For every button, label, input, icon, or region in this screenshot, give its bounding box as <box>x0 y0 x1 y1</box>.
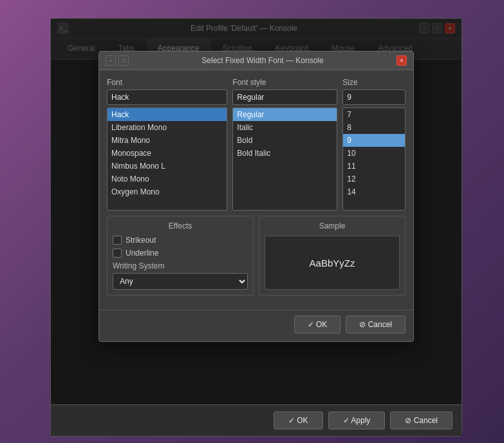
font-list-item-monospace[interactable]: Monospace <box>107 147 227 160</box>
writing-system-label: Writing System <box>113 261 248 270</box>
size-list-item-7[interactable]: 7 <box>343 108 405 121</box>
underline-row: Underline <box>113 249 248 258</box>
dialog-titlebar-buttons: – □ <box>106 55 129 66</box>
outer-cancel-button[interactable]: ⊘ Cancel <box>390 411 453 429</box>
strikeout-label: Strikeout <box>126 236 156 245</box>
size-list-item-8[interactable]: 8 <box>343 121 405 134</box>
style-list[interactable]: Regular Italic Bold Bold Italic <box>232 108 337 211</box>
font-list-item-mitra[interactable]: Mitra Mono <box>107 134 227 147</box>
sample-preview: AaBbYyZz <box>265 236 400 290</box>
sample-title: Sample <box>319 222 346 231</box>
strikeout-checkbox[interactable] <box>113 236 122 245</box>
dialog-maximize-button[interactable]: □ <box>118 55 129 66</box>
font-list-item-noto[interactable]: Noto Mono <box>107 173 227 185</box>
style-list-item-italic[interactable]: Italic <box>233 121 337 134</box>
effects-title: Effects <box>113 222 248 231</box>
strikeout-row: Strikeout <box>113 236 248 245</box>
size-label: Size <box>342 78 406 87</box>
font-input[interactable] <box>107 90 227 105</box>
font-list-item-liberation[interactable]: Liberation Mono <box>107 121 227 134</box>
style-input[interactable] <box>232 90 337 105</box>
dialog-body: Font Hack Liberation Mono Mitra Mono Mon… <box>99 70 413 310</box>
dialog-overlay: – □ Select Fixed Width Font — Konsole × … <box>51 19 462 436</box>
dialog-minimize-button[interactable]: – <box>106 55 116 66</box>
bottom-section: Effects Strikeout Underline Writing Syst… <box>107 216 406 296</box>
style-list-item-bold[interactable]: Bold <box>233 134 337 147</box>
underline-checkbox[interactable] <box>113 249 122 258</box>
outer-window: >_ Edit Profile 'Default' — Konsole – □ … <box>50 18 462 437</box>
font-column: Font Hack Liberation Mono Mitra Mono Mon… <box>107 78 227 211</box>
effects-box: Effects Strikeout Underline Writing Syst… <box>107 216 254 296</box>
size-list-item-10[interactable]: 10 <box>343 147 405 160</box>
dialog-cancel-button[interactable]: ⊘ Cancel <box>346 316 406 334</box>
size-list-item-9[interactable]: 9 <box>343 134 405 147</box>
style-list-item-bold-italic[interactable]: Bold Italic <box>233 147 337 160</box>
sample-box: Sample AaBbYyZz <box>259 216 406 296</box>
font-list[interactable]: Hack Liberation Mono Mitra Mono Monospac… <box>107 108 227 211</box>
underline-label: Underline <box>126 249 158 258</box>
font-list-item-nimbus[interactable]: Nimbus Mono L <box>107 160 227 173</box>
font-list-item-oxygen[interactable]: Oxygen Mono <box>107 185 227 198</box>
dialog-close-button[interactable]: × <box>397 55 407 66</box>
font-dialog: – □ Select Fixed Width Font — Konsole × … <box>98 51 414 342</box>
column-headers: Font Hack Liberation Mono Mitra Mono Mon… <box>107 78 406 211</box>
outer-apply-button[interactable]: ✓ Apply <box>328 411 386 429</box>
style-label: Font style <box>232 78 337 87</box>
dialog-titlebar: – □ Select Fixed Width Font — Konsole × <box>99 52 413 70</box>
dialog-buttons: ✓ OK ⊘ Cancel <box>99 310 413 341</box>
style-column: Font style Regular Italic Bold Bold Ital… <box>232 78 337 211</box>
outer-bottom-bar: ✓ OK ✓ Apply ⊘ Cancel <box>51 404 462 436</box>
writing-system-select[interactable]: Any Latin Greek Cyrillic <box>113 273 248 290</box>
size-input[interactable] <box>342 90 406 105</box>
size-list[interactable]: 7 8 9 10 11 12 14 <box>342 108 406 211</box>
size-list-item-12[interactable]: 12 <box>343 173 405 185</box>
size-column: Size 7 8 9 10 11 12 14 <box>342 78 406 211</box>
font-list-item-hack[interactable]: Hack <box>107 108 227 121</box>
size-list-item-11[interactable]: 11 <box>343 160 405 173</box>
size-list-item-14[interactable]: 14 <box>343 185 405 198</box>
dialog-ok-button[interactable]: ✓ OK <box>294 316 341 334</box>
style-list-item-regular[interactable]: Regular <box>233 108 337 121</box>
font-label: Font <box>107 78 227 87</box>
outer-ok-button[interactable]: ✓ OK <box>274 411 323 429</box>
dialog-title: Select Fixed Width Font — Konsole <box>129 56 397 65</box>
